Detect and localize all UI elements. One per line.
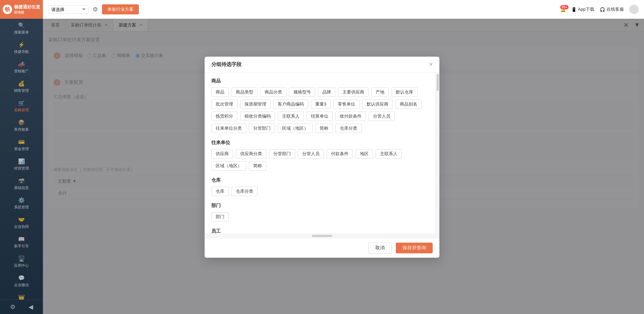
field-tag-0-12[interactable]: 零售单位 bbox=[333, 100, 360, 109]
field-tag-0-8[interactable]: 批次管理 bbox=[211, 100, 237, 109]
sidebar-label-7: 经营管理 bbox=[14, 166, 29, 171]
sidebar: 畅 畅捷通好生意 标准版 🔍 搜索菜单⚡ 快捷导航📣 营销推广💰 销售管理🛒 采… bbox=[0, 0, 43, 314]
field-tag-1-0[interactable]: 供应商 bbox=[211, 149, 233, 159]
download-icon: 📱 bbox=[571, 7, 577, 12]
sidebar-icon-3: 💰 bbox=[18, 80, 25, 87]
field-tag-0-10[interactable]: 客户商品编码 bbox=[273, 100, 308, 109]
field-tag-0-15[interactable]: 拣货积分 bbox=[211, 112, 237, 121]
field-tags-1: 供应商供应商分类分管部门分管人员付款条件地区主联系人区域（地区）简称 bbox=[211, 149, 429, 171]
company-select[interactable]: 请选择 bbox=[48, 5, 89, 14]
field-tag-0-5[interactable]: 主要供应商 bbox=[338, 87, 369, 97]
sidebar-item-12[interactable]: 🖥️ 应用中心 bbox=[0, 252, 43, 271]
sidebar-item-11[interactable]: 📖 新手引导 bbox=[0, 233, 43, 252]
field-tag-0-3[interactable]: 规格型号 bbox=[289, 87, 315, 97]
settings-icon[interactable]: ⚙ bbox=[10, 303, 15, 311]
sidebar-label-3: 销售管理 bbox=[14, 88, 29, 93]
field-tag-0-13[interactable]: 默认供应商 bbox=[362, 100, 393, 109]
notification-bell[interactable]: 🔔 99+ bbox=[560, 7, 566, 12]
online-service-btn[interactable]: 🎧 在线客服 bbox=[600, 6, 624, 12]
field-tag-0-11[interactable]: 重量3 bbox=[311, 100, 331, 109]
gear-icon[interactable]: ⚙ bbox=[93, 6, 98, 13]
sidebar-logo: 畅 畅捷通好生意 标准版 bbox=[0, 0, 43, 19]
field-tag-0-20[interactable]: 分管人员 bbox=[369, 112, 395, 121]
field-section-title-2: 仓库 bbox=[211, 177, 429, 183]
sidebar-icon-0: 🔍 bbox=[18, 22, 25, 28]
field-tag-0-16[interactable]: 税收分类编码 bbox=[240, 112, 275, 121]
sidebar-label-5: 库存核算 bbox=[14, 127, 29, 132]
field-tag-0-23[interactable]: 区域（地区） bbox=[278, 124, 313, 133]
field-tag-1-4[interactable]: 付款条件 bbox=[327, 149, 353, 159]
sidebar-item-2[interactable]: 📣 营销推广 bbox=[0, 58, 43, 77]
field-tag-1-2[interactable]: 分管部门 bbox=[269, 149, 295, 159]
field-tag-3-0[interactable]: 部门 bbox=[211, 212, 229, 222]
sidebar-icon-5: 📦 bbox=[18, 119, 25, 126]
sidebar-item-3[interactable]: 💰 销售管理 bbox=[0, 77, 43, 97]
field-tag-1-1[interactable]: 供应商分类 bbox=[236, 149, 266, 159]
sidebar-item-7[interactable]: 📊 经营管理 bbox=[0, 155, 43, 174]
field-tag-2-1[interactable]: 仓库分类 bbox=[231, 187, 258, 196]
header: 请选择 ⚙ 体验行业方案 🔔 99+ 📱 App下载 🎧 在线客服 bbox=[43, 0, 644, 19]
field-tag-0-22[interactable]: 分管部门 bbox=[249, 124, 275, 133]
sidebar-label-6: 资金管理 bbox=[14, 146, 29, 151]
sidebar-item-1[interactable]: ⚡ 快捷导航 bbox=[0, 38, 43, 58]
field-tag-1-8[interactable]: 简称 bbox=[249, 161, 266, 171]
modal-title: 分组待选字段 bbox=[211, 61, 241, 68]
sidebar-label-1: 快捷导航 bbox=[14, 49, 29, 54]
logo-icon: 畅 bbox=[3, 5, 12, 14]
trial-button[interactable]: 体验行业方案 bbox=[102, 4, 139, 14]
sidebar-label-4: 采购管理 bbox=[14, 108, 29, 113]
field-tag-0-1[interactable]: 商品类型 bbox=[231, 87, 258, 97]
field-tag-0-21[interactable]: 往来单位分类 bbox=[211, 124, 246, 133]
sidebar-icon-7: 📊 bbox=[18, 158, 25, 165]
field-tag-1-5[interactable]: 地区 bbox=[356, 149, 373, 159]
field-tags-2: 仓库仓库分类 bbox=[211, 187, 429, 196]
field-tag-0-17[interactable]: 主联系人 bbox=[278, 112, 304, 121]
field-tag-0-24[interactable]: 简称 bbox=[315, 124, 333, 133]
field-tag-2-0[interactable]: 仓库 bbox=[211, 187, 229, 196]
sidebar-item-5[interactable]: 📦 库存核算 bbox=[0, 116, 43, 135]
sidebar-item-14[interactable]: 👑 畅会员 bbox=[0, 291, 43, 300]
sidebar-icon-2: 📣 bbox=[18, 61, 25, 67]
sidebar-item-0[interactable]: 🔍 搜索菜单 bbox=[0, 19, 43, 38]
field-tag-1-6[interactable]: 主联系人 bbox=[376, 149, 402, 159]
header-right: 🔔 99+ 📱 App下载 🎧 在线客服 bbox=[560, 5, 639, 14]
field-tag-0-7[interactable]: 默认仓库 bbox=[391, 87, 418, 97]
field-tag-0-2[interactable]: 商品分类 bbox=[260, 87, 286, 97]
user-avatar[interactable] bbox=[629, 5, 639, 14]
sidebar-label-12: 应用中心 bbox=[14, 263, 29, 268]
sidebar-item-9[interactable]: ⚙️ 系统管理 bbox=[0, 194, 43, 213]
sidebar-label-8: 基础信息 bbox=[14, 185, 29, 190]
field-section-1: 往来单位供应商供应商分类分管部门分管人员付款条件地区主联系人区域（地区）简称 bbox=[211, 140, 429, 171]
app-download-btn[interactable]: 📱 App下载 bbox=[571, 6, 594, 12]
field-tag-0-4[interactable]: 品牌 bbox=[318, 87, 335, 97]
cancel-button[interactable]: 取消 bbox=[368, 242, 392, 254]
sidebar-item-10[interactable]: 🤝 企业协同 bbox=[0, 213, 43, 233]
field-tag-0-0[interactable]: 商品 bbox=[211, 87, 229, 97]
field-tag-1-3[interactable]: 分管人员 bbox=[298, 149, 324, 159]
field-tag-0-9[interactable]: 保质期管理 bbox=[240, 100, 271, 109]
field-tag-0-6[interactable]: 产地 bbox=[371, 87, 389, 97]
notification-badge: 99+ bbox=[560, 5, 569, 9]
field-section-title-0: 商品 bbox=[211, 78, 429, 84]
save-query-button[interactable]: 保存并查询 bbox=[396, 243, 433, 253]
field-tag-0-19[interactable]: 收付款条件 bbox=[335, 112, 366, 121]
field-tag-0-25[interactable]: 仓库分类 bbox=[335, 124, 362, 133]
field-tag-1-7[interactable]: 区域（地区） bbox=[211, 161, 246, 171]
collapse-icon[interactable]: ◀ bbox=[29, 303, 33, 311]
sidebar-item-6[interactable]: 💳 资金管理 bbox=[0, 135, 43, 155]
field-section-title-4: 员工 bbox=[211, 228, 429, 234]
sidebar-icon-11: 📖 bbox=[18, 236, 25, 242]
field-tag-0-14[interactable]: 商品别名 bbox=[395, 100, 422, 109]
field-tag-0-18[interactable]: 结算单位 bbox=[307, 112, 333, 121]
modal-close-button[interactable]: × bbox=[429, 61, 433, 67]
sidebar-icon-12: 🖥️ bbox=[18, 255, 25, 262]
sidebar-icon-9: ⚙️ bbox=[18, 197, 25, 203]
field-section-0: 商品商品商品类型商品分类规格型号品牌主要供应商产地默认仓库批次管理保质期管理客户… bbox=[211, 78, 429, 133]
sidebar-icon-10: 🤝 bbox=[18, 216, 25, 223]
sidebar-item-8[interactable]: 🗃️ 基础信息 bbox=[0, 174, 43, 194]
sidebar-icon-13: 💬 bbox=[18, 275, 25, 281]
field-tags-0: 商品商品类型商品分类规格型号品牌主要供应商产地默认仓库批次管理保质期管理客户商品… bbox=[211, 87, 429, 133]
sidebar-item-4[interactable]: 🛒 采购管理 bbox=[0, 97, 43, 116]
sidebar-bottom: ⚙ ◀ bbox=[0, 300, 43, 314]
sidebar-item-13[interactable]: 💬 企业微信 bbox=[0, 271, 43, 291]
